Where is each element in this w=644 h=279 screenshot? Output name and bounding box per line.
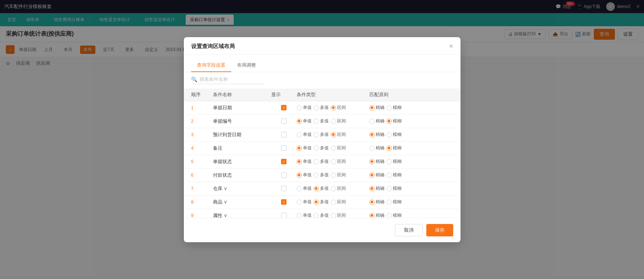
radio-circle xyxy=(314,159,319,164)
row-type-type_multi[interactable]: 多值 xyxy=(314,131,329,138)
row-type-type_single[interactable]: 单值 xyxy=(297,212,312,218)
row-type-type_multi[interactable]: 多值 xyxy=(314,105,329,111)
radio-circle xyxy=(331,200,336,205)
row-match-match_fuzzy[interactable]: 模糊 xyxy=(387,199,402,205)
radio-circle xyxy=(297,159,302,164)
row-match-match_fuzzy[interactable]: 模糊 xyxy=(387,145,402,151)
row-match-match_exact[interactable]: 精确 xyxy=(370,158,384,165)
row-show-checkbox[interactable] xyxy=(281,105,287,110)
row-show-checkbox[interactable] xyxy=(281,199,287,205)
search-icon: 🔍 xyxy=(191,76,197,82)
row-type-type_multi[interactable]: 多值 xyxy=(314,185,329,192)
row-type-type_multi[interactable]: 多值 xyxy=(314,172,329,178)
search-input[interactable] xyxy=(199,76,258,82)
row-type-type_single[interactable]: 单值 xyxy=(297,172,312,178)
row-match-match_exact[interactable]: 精确 xyxy=(370,118,384,124)
row-match-match_exact[interactable]: 精确 xyxy=(370,172,384,178)
row-match-match_fuzzy[interactable]: 模糊 xyxy=(387,212,402,218)
row-name: 预计到货日期 xyxy=(213,131,271,138)
row-match-group: 精确模糊 xyxy=(370,145,442,151)
row-type-type_range[interactable]: 区间 xyxy=(331,105,346,111)
row-name: 付款状态 xyxy=(213,172,271,178)
row-show-checkbox[interactable] xyxy=(281,213,287,218)
dialog-search-area: 🔍 xyxy=(184,72,461,89)
row-match-match_fuzzy[interactable]: 模糊 xyxy=(387,118,402,124)
dialog-title: 设置查询区域布局 xyxy=(191,43,235,50)
dialog-tab-layout[interactable]: 布局调整 xyxy=(231,59,262,72)
row-match-match_exact[interactable]: 精确 xyxy=(370,145,384,151)
radio-circle xyxy=(387,132,392,137)
dialog-tab-fields[interactable]: 查询字段设置 xyxy=(191,59,231,72)
row-type-group: 单值多值区间 xyxy=(297,172,370,178)
table-row: 8商品 ∨单值多值区间精确模糊 xyxy=(184,196,461,209)
row-type-group: 单值多值区间 xyxy=(297,105,370,111)
row-match-match_fuzzy[interactable]: 模糊 xyxy=(387,131,402,138)
radio-circle xyxy=(297,173,302,178)
row-type-type_single[interactable]: 单值 xyxy=(297,131,312,138)
radio-circle xyxy=(387,105,392,110)
row-number: 9 xyxy=(191,213,213,218)
radio-circle xyxy=(331,119,336,124)
row-show-checkbox[interactable] xyxy=(281,118,287,124)
row-name: 单据日期 xyxy=(213,105,271,111)
row-show-checkbox[interactable] xyxy=(281,132,287,137)
row-type-type_single[interactable]: 单值 xyxy=(297,118,312,124)
row-match-match_exact[interactable]: 精确 xyxy=(370,105,384,111)
row-show-checkbox[interactable] xyxy=(281,172,287,178)
row-match-match_fuzzy[interactable]: 模糊 xyxy=(387,158,402,165)
row-type-type_single[interactable]: 单值 xyxy=(297,145,312,151)
row-type-type_range[interactable]: 区间 xyxy=(331,145,346,151)
radio-circle xyxy=(297,119,302,124)
row-match-match_fuzzy[interactable]: 模糊 xyxy=(387,172,402,178)
row-type-group: 单值多值区间 xyxy=(297,131,370,138)
row-type-type_single[interactable]: 单值 xyxy=(297,199,312,205)
row-number: 2 xyxy=(191,118,213,124)
row-match-match_fuzzy[interactable]: 模糊 xyxy=(387,105,402,111)
row-type-type_range[interactable]: 区间 xyxy=(331,185,346,192)
row-type-type_range[interactable]: 区间 xyxy=(331,212,346,218)
radio-circle xyxy=(370,159,375,164)
row-number: 7 xyxy=(191,186,213,191)
row-name: 单据状态 xyxy=(213,158,271,165)
row-type-type_single[interactable]: 单值 xyxy=(297,105,312,111)
radio-circle xyxy=(370,132,375,137)
radio-circle xyxy=(387,173,392,178)
table-row: 5单据状态单值多值区间精确模糊 xyxy=(184,155,461,169)
row-type-type_range[interactable]: 区间 xyxy=(331,118,346,124)
row-type-type_multi[interactable]: 多值 xyxy=(314,118,329,124)
row-match-match_exact[interactable]: 精确 xyxy=(370,199,384,205)
radio-circle xyxy=(387,119,392,124)
row-number: 6 xyxy=(191,172,213,178)
row-type-type_range[interactable]: 区间 xyxy=(331,172,346,178)
row-match-match_fuzzy[interactable]: 模糊 xyxy=(387,185,402,192)
radio-circle xyxy=(370,119,375,124)
save-button[interactable]: 保存 xyxy=(426,224,453,236)
row-show-checkbox[interactable] xyxy=(281,145,287,151)
dialog-footer: 取消 保存 xyxy=(184,218,461,242)
row-match-match_exact[interactable]: 精确 xyxy=(370,131,384,138)
radio-circle xyxy=(314,200,319,205)
row-type-type_single[interactable]: 单值 xyxy=(297,158,312,165)
row-type-type_multi[interactable]: 多值 xyxy=(314,158,329,165)
row-type-group: 单值多值区间 xyxy=(297,199,370,205)
dialog-close-button[interactable]: × xyxy=(449,43,453,50)
radio-circle xyxy=(370,186,375,191)
row-match-match_exact[interactable]: 精确 xyxy=(370,185,384,192)
radio-circle xyxy=(370,105,375,110)
row-match-match_exact[interactable]: 精确 xyxy=(370,212,384,218)
row-number: 3 xyxy=(191,132,213,137)
radio-circle xyxy=(331,146,336,151)
row-type-type_range[interactable]: 区间 xyxy=(331,199,346,205)
row-type-type_multi[interactable]: 多值 xyxy=(314,212,329,218)
row-type-type_multi[interactable]: 多值 xyxy=(314,199,329,205)
cancel-button[interactable]: 取消 xyxy=(395,224,423,236)
row-type-type_multi[interactable]: 多值 xyxy=(314,145,329,151)
row-show-checkbox[interactable] xyxy=(281,186,287,191)
radio-circle xyxy=(387,213,392,218)
dialog-table-body: 1单据日期单值多值区间精确模糊2单据编号单值多值区间精确模糊3预计到货日期单值多… xyxy=(184,101,461,218)
row-type-type_range[interactable]: 区间 xyxy=(331,131,346,138)
row-type-type_range[interactable]: 区间 xyxy=(331,158,346,165)
row-show-checkbox[interactable] xyxy=(281,159,287,164)
row-type-type_single[interactable]: 单值 xyxy=(297,185,312,192)
table-row: 9属性 ∨单值多值区间精确模糊 xyxy=(184,209,461,218)
